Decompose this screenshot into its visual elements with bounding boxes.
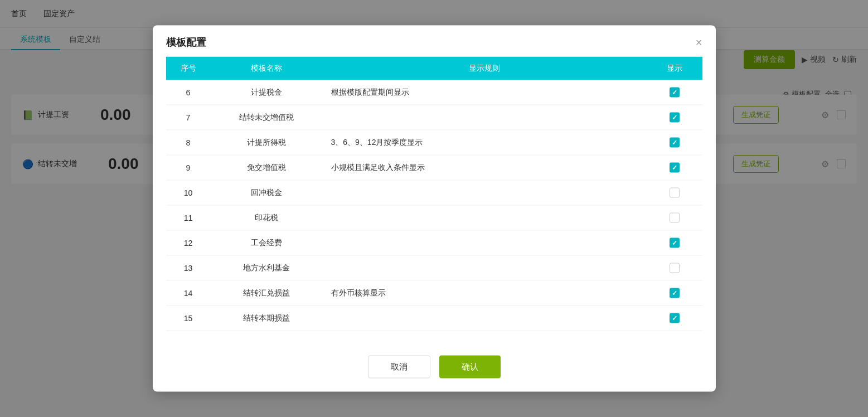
cell-name: 工会经费 bbox=[211, 230, 322, 255]
checkbox-wrap bbox=[656, 188, 694, 198]
cell-name: 结转未分配利润 bbox=[211, 331, 322, 336]
cell-checkbox bbox=[647, 306, 702, 331]
cell-rule bbox=[322, 306, 647, 331]
cell-name: 结转未交增值税 bbox=[211, 105, 322, 130]
modal-footer: 取消 确认 bbox=[153, 347, 716, 392]
cell-checkbox bbox=[647, 105, 702, 130]
checkbox-wrap bbox=[656, 113, 694, 123]
table-scroll-area[interactable]: 序号 模板名称 显示规则 显示 6计提税金根据模版配置期间显示7结转未交增值税8… bbox=[166, 57, 702, 336]
cell-seq: 15 bbox=[166, 306, 211, 331]
table-row: 10回冲税金 bbox=[166, 180, 702, 205]
checkbox-checked[interactable] bbox=[670, 113, 680, 123]
cell-name: 计提税金 bbox=[211, 80, 322, 105]
checkbox-checked[interactable] bbox=[670, 238, 680, 248]
cell-seq: 16 bbox=[166, 331, 211, 336]
table-row: 9免交增值税小规模且满足收入条件显示 bbox=[166, 155, 702, 180]
checkbox-wrap bbox=[656, 313, 694, 323]
table-body: 6计提税金根据模版配置期间显示7结转未交增值税8计提所得税3、6、9、12月按季… bbox=[166, 80, 702, 336]
cell-checkbox bbox=[647, 255, 702, 280]
cell-rule: 小规模且满足收入条件显示 bbox=[322, 155, 647, 180]
table-row: 8计提所得税3、6、9、12月按季度显示 bbox=[166, 130, 702, 155]
checkbox-checked[interactable] bbox=[670, 88, 680, 98]
checkbox-wrap bbox=[656, 138, 694, 148]
table-row: 14结转汇兑损益有外币核算显示 bbox=[166, 280, 702, 306]
confirm-button[interactable]: 确认 bbox=[439, 356, 501, 379]
cell-name: 计提所得税 bbox=[211, 130, 322, 155]
cell-checkbox bbox=[647, 280, 702, 306]
cell-seq: 7 bbox=[166, 105, 211, 130]
checkbox-unchecked[interactable] bbox=[670, 263, 680, 273]
col-name: 模板名称 bbox=[211, 57, 322, 80]
table-row: 6计提税金根据模版配置期间显示 bbox=[166, 80, 702, 105]
modal-header: 模板配置 × bbox=[153, 26, 716, 57]
checkbox-unchecked[interactable] bbox=[670, 213, 680, 223]
table-row: 15结转本期损益 bbox=[166, 306, 702, 331]
cell-rule bbox=[322, 255, 647, 280]
cell-checkbox bbox=[647, 155, 702, 180]
checkbox-wrap bbox=[656, 238, 694, 248]
cell-seq: 9 bbox=[166, 155, 211, 180]
cell-name: 结转本期损益 bbox=[211, 306, 322, 331]
checkbox-unchecked[interactable] bbox=[670, 188, 680, 198]
cell-seq: 8 bbox=[166, 130, 211, 155]
cell-rule bbox=[322, 205, 647, 230]
col-display: 显示 bbox=[647, 57, 702, 80]
col-seq: 序号 bbox=[166, 57, 211, 80]
cell-checkbox bbox=[647, 230, 702, 255]
table-header: 序号 模板名称 显示规则 显示 bbox=[166, 57, 702, 80]
table-row: 11印花税 bbox=[166, 205, 702, 230]
modal-template-config: 模板配置 × 序号 模板名称 显示规则 显示 6计提税金根据模版配置期间显示7结… bbox=[153, 26, 716, 392]
cell-name: 免交增值税 bbox=[211, 155, 322, 180]
checkbox-wrap bbox=[656, 213, 694, 223]
cell-rule bbox=[322, 105, 647, 130]
checkbox-wrap bbox=[656, 288, 694, 298]
modal-title: 模板配置 bbox=[166, 36, 206, 49]
cell-seq: 6 bbox=[166, 80, 211, 105]
cell-seq: 14 bbox=[166, 280, 211, 306]
cancel-button[interactable]: 取消 bbox=[368, 356, 430, 379]
cell-rule: 根据模版配置期间显示 bbox=[322, 80, 647, 105]
cell-checkbox bbox=[647, 80, 702, 105]
cell-seq: 13 bbox=[166, 255, 211, 280]
cell-seq: 11 bbox=[166, 205, 211, 230]
config-table: 序号 模板名称 显示规则 显示 6计提税金根据模版配置期间显示7结转未交增值税8… bbox=[166, 57, 702, 336]
cell-name: 回冲税金 bbox=[211, 180, 322, 205]
cell-checkbox bbox=[647, 180, 702, 205]
modal-close-button[interactable]: × bbox=[696, 37, 702, 48]
checkbox-wrap bbox=[656, 263, 694, 273]
checkbox-checked[interactable] bbox=[670, 288, 680, 298]
checkbox-checked[interactable] bbox=[670, 313, 680, 323]
cell-rule: 3、6、9、12月按季度显示 bbox=[322, 130, 647, 155]
checkbox-checked[interactable] bbox=[670, 163, 680, 173]
table-row: 13地方水利基金 bbox=[166, 255, 702, 280]
cell-checkbox bbox=[647, 130, 702, 155]
cell-seq: 12 bbox=[166, 230, 211, 255]
cell-rule: 12月份显示 bbox=[322, 331, 647, 336]
cell-rule bbox=[322, 230, 647, 255]
checkbox-wrap bbox=[656, 163, 694, 173]
checkbox-checked[interactable] bbox=[670, 138, 680, 148]
cell-name: 地方水利基金 bbox=[211, 255, 322, 280]
table-row: 7结转未交增值税 bbox=[166, 105, 702, 130]
cell-checkbox bbox=[647, 205, 702, 230]
cell-name: 结转汇兑损益 bbox=[211, 280, 322, 306]
cell-name: 印花税 bbox=[211, 205, 322, 230]
cell-checkbox bbox=[647, 331, 702, 336]
cell-rule bbox=[322, 180, 647, 205]
modal-body: 序号 模板名称 显示规则 显示 6计提税金根据模版配置期间显示7结转未交增值税8… bbox=[153, 57, 716, 347]
table-row: 16结转未分配利润12月份显示 bbox=[166, 331, 702, 336]
checkbox-wrap bbox=[656, 88, 694, 98]
table-row: 12工会经费 bbox=[166, 230, 702, 255]
cell-rule: 有外币核算显示 bbox=[322, 280, 647, 306]
cell-seq: 10 bbox=[166, 180, 211, 205]
col-rule: 显示规则 bbox=[322, 57, 647, 80]
